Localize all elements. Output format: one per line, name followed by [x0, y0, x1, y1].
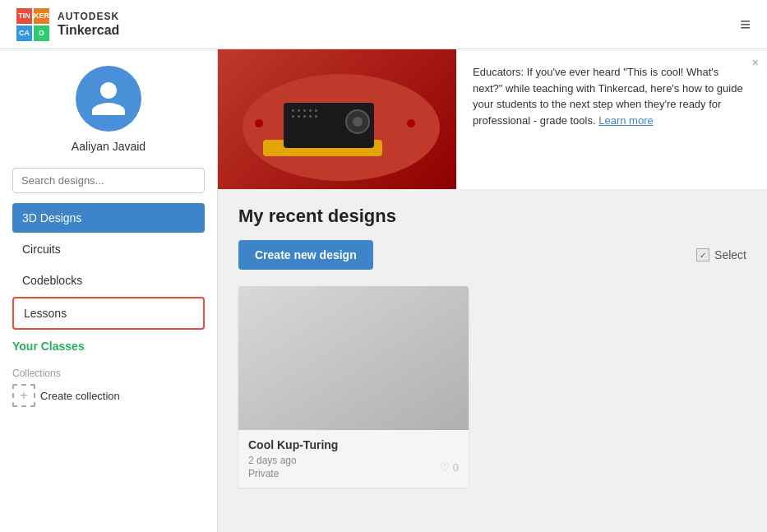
svg-point-15	[255, 119, 263, 127]
section-title: My recent designs	[238, 206, 746, 227]
logo-cell-ker: KER	[34, 8, 49, 24]
collection-add-icon: +	[12, 384, 35, 407]
your-classes-link[interactable]: Your Classes	[12, 331, 205, 359]
create-collection-label: Create collection	[40, 390, 120, 402]
logo-grid: TIN KER CA D	[16, 8, 49, 41]
sidebar-item-lessons[interactable]: Lessons	[12, 297, 205, 330]
sidebar-item-circuits[interactable]: Circuits	[12, 234, 205, 264]
logo-text: AUTODESK Tinkercad	[58, 11, 119, 39]
card-privacy: Private	[248, 468, 297, 479]
select-area[interactable]: ✓ Select	[696, 248, 746, 261]
avatar	[76, 66, 141, 132]
card-meta-left: 2 days ago Private	[248, 455, 297, 479]
header: TIN KER CA D AUTODESK Tinkercad ≡	[0, 0, 767, 49]
logo-cell-ca: CA	[16, 25, 32, 41]
card-date: 2 days ago	[248, 455, 297, 466]
search-input[interactable]	[12, 168, 205, 193]
card-thumbnail	[238, 286, 469, 430]
svg-rect-11	[309, 115, 312, 118]
logo-area: TIN KER CA D AUTODESK Tinkercad	[16, 8, 119, 41]
banner-illustration	[218, 49, 456, 189]
logo-cell-tin: TIN	[16, 8, 32, 24]
create-new-design-button[interactable]: Create new design	[238, 240, 373, 270]
designs-section: My recent designs Create new design ✓ Se…	[218, 189, 767, 504]
banner-learn-more-link[interactable]: Learn more	[598, 114, 653, 127]
card-title: Cool Kup-Turing	[248, 438, 459, 451]
hamburger-icon[interactable]: ≡	[740, 14, 751, 35]
svg-rect-12	[315, 115, 317, 118]
card-meta: 2 days ago Private ♡ 0	[248, 455, 459, 479]
logo-cell-d: D	[34, 25, 49, 41]
banner-image	[218, 49, 456, 189]
card-info: Cool Kup-Turing 2 days ago Private ♡ 0	[238, 430, 469, 488]
svg-point-14	[353, 117, 363, 127]
svg-point-16	[407, 119, 415, 127]
design-thumbnail-svg	[238, 286, 469, 430]
card-likes: ♡ 0	[440, 461, 459, 474]
create-collection-button[interactable]: + Create collection	[12, 384, 205, 407]
user-name: Aaliyan Javaid	[72, 140, 146, 153]
user-icon	[88, 78, 129, 119]
sidebar: Aaliyan Javaid 3D Designs Circuits Codeb…	[0, 49, 218, 532]
designs-toolbar: Create new design ✓ Select	[238, 240, 746, 270]
svg-rect-7	[315, 109, 317, 112]
banner: Educators: If you've ever heard "This is…	[218, 49, 767, 189]
svg-rect-5	[303, 109, 306, 112]
svg-rect-17	[238, 286, 469, 430]
table-row[interactable]: Cool Kup-Turing 2 days ago Private ♡ 0	[238, 286, 469, 488]
tinkercad-label: Tinkercad	[58, 22, 119, 38]
banner-close-button[interactable]: ×	[752, 56, 759, 69]
svg-rect-4	[298, 109, 300, 112]
sidebar-item-3d-designs[interactable]: 3D Designs	[12, 203, 205, 233]
avatar-area: Aaliyan Javaid	[12, 66, 205, 153]
svg-rect-8	[292, 115, 294, 118]
main-layout: Aaliyan Javaid 3D Designs Circuits Codeb…	[0, 49, 767, 532]
svg-rect-3	[292, 109, 294, 112]
svg-rect-6	[309, 109, 312, 112]
svg-rect-9	[298, 115, 300, 118]
select-checkbox[interactable]: ✓	[696, 248, 709, 261]
design-cards: Cool Kup-Turing 2 days ago Private ♡ 0	[238, 286, 746, 488]
banner-text: Educators: If you've ever heard "This is…	[456, 49, 767, 189]
sidebar-item-codeblocks[interactable]: Codeblocks	[12, 266, 205, 295]
autodesk-label: AUTODESK	[58, 11, 119, 22]
select-label: Select	[714, 248, 746, 261]
svg-rect-10	[303, 115, 306, 118]
content-area: Educators: If you've ever heard "This is…	[218, 49, 767, 532]
heart-icon: ♡	[440, 461, 450, 474]
collections-label: Collections	[12, 368, 205, 379]
likes-count: 0	[453, 461, 459, 474]
